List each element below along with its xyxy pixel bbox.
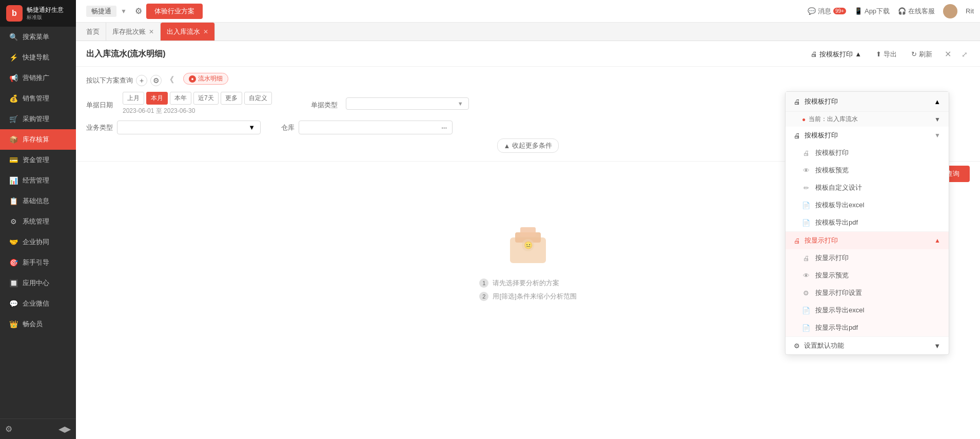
trial-industry-btn[interactable]: 体验行业方案 <box>146 4 203 19</box>
date-last-month-btn[interactable]: 上月 <box>123 92 144 105</box>
collapse-sidebar-icon[interactable]: ◀▶ <box>58 424 71 434</box>
tab-batch-ledger[interactable]: 库存批次账 ✕ <box>106 23 161 41</box>
filter-collapse-btn[interactable]: 《 <box>165 74 175 87</box>
sidebar-item-guide[interactable]: 🎯 新手引导 <box>0 252 76 273</box>
sidebar-item-member[interactable]: 👑 畅会员 <box>0 314 76 334</box>
app-logo-icon: b <box>6 5 23 22</box>
tag-icon: ● <box>189 75 196 83</box>
sidebar-item-sales[interactable]: 💰 销售管理 <box>0 88 76 109</box>
print-template-btn[interactable]: 🖨 按模板打印 ▲ <box>807 48 866 61</box>
display-settings-icon: ⚙ <box>802 289 810 297</box>
filter-settings-btn[interactable]: ⚙ <box>150 75 162 86</box>
tab-home[interactable]: 首页 <box>80 23 106 41</box>
app-download-btn[interactable]: 📱 App下载 <box>854 7 890 16</box>
display-print-section-header[interactable]: 🖨 按显示打印 ▲ <box>786 232 949 249</box>
collapse-more-btn[interactable]: ▲ 收起更多条件 <box>497 138 559 153</box>
sidebar: b 畅捷通好生意 标准版 🔍 搜索菜单 ⚡ 快捷导航 📢 营销推广 💰 销售管理… <box>0 0 76 439</box>
sidebar-item-business[interactable]: 📊 经营管理 <box>0 170 76 191</box>
dropdown-item-template-export-pdf[interactable]: 📄 按模板导出pdf <box>786 214 949 231</box>
dropdown-item-template-print[interactable]: 🖨 按模板打印 <box>786 144 949 162</box>
sidebar-item-finance[interactable]: 💳 资金管理 <box>0 150 76 170</box>
dropdown-item-template-export-excel[interactable]: 📄 按模板导出excel <box>786 196 949 214</box>
tab-batch-ledger-close[interactable]: ✕ <box>149 28 154 35</box>
template-print-section: 🖨 按模板打印 ▼ 🖨 按模板打印 👁 按模板预览 ✏ 模板自定义设计 <box>786 127 949 232</box>
display-pdf-icon: 📄 <box>802 324 810 332</box>
date-custom-btn[interactable]: 自定义 <box>244 92 272 105</box>
topbar-right: 💬 消息 99+ 📱 App下载 🎧 在线客服 Rit <box>808 4 974 18</box>
chat-icon: 💬 <box>8 298 18 309</box>
topbar-left: 畅捷通 ▼ ⚙ 体验行业方案 <box>82 4 808 19</box>
close-panel-btn[interactable]: ✕ <box>943 47 953 61</box>
template-section-arrow: ▼ <box>934 132 940 139</box>
dropdown-header[interactable]: 🖨 按模板打印 ▲ <box>786 92 949 112</box>
dropdown-item-display-print-settings[interactable]: ⚙ 按显示打印设置 <box>786 284 949 302</box>
display-excel-icon: 📄 <box>802 306 810 314</box>
doc-type-arrow-icon: ▼ <box>458 101 463 107</box>
topbar: 畅捷通 ▼ ⚙ 体验行业方案 💬 消息 99+ 📱 App下载 🎧 在线客服 R… <box>76 0 980 23</box>
print-icon: 🖨 <box>802 149 810 157</box>
sidebar-item-purchase[interactable]: 🛒 采购管理 <box>0 109 76 129</box>
business-type-select[interactable]: ▼ <box>117 121 261 134</box>
refresh-btn[interactable]: ↻ 刷新 <box>907 48 936 61</box>
sidebar-item-appstore[interactable]: 🔲 应用中心 <box>0 273 76 293</box>
sidebar-item-marketing[interactable]: 📢 营销推广 <box>0 68 76 88</box>
page-actions: 🖨 按模板打印 ▲ ⬆ 导出 ↻ 刷新 ✕ ⤢ <box>807 47 970 66</box>
preview-icon: 👁 <box>802 166 810 174</box>
sidebar-item-wechat[interactable]: 💬 企业微信 <box>0 293 76 314</box>
display-section-icon: 🖨 <box>794 237 800 245</box>
dropdown-item-display-print[interactable]: 🖨 按显示打印 <box>786 249 949 267</box>
doc-type-select[interactable]: ▼ <box>346 97 469 110</box>
user-avatar[interactable] <box>943 4 957 18</box>
current-icon: ● <box>802 116 806 123</box>
business-type-arrow-icon: ▼ <box>248 124 255 131</box>
current-arrow: ▼ <box>934 116 940 123</box>
export-btn[interactable]: ⬆ 导出 <box>872 48 901 61</box>
dropdown-item-display-preview[interactable]: 👁 按显示预览 <box>786 267 949 284</box>
sidebar-logo: b 畅捷通好生意 标准版 <box>0 0 76 27</box>
sidebar-item-enterprise[interactable]: 🤝 企业协同 <box>0 232 76 252</box>
tab-inout-flow[interactable]: 出入库流水 ✕ <box>161 23 215 41</box>
download-icon: 📱 <box>854 7 863 15</box>
date-this-month-btn[interactable]: 本月 <box>146 92 168 105</box>
date-this-year-btn[interactable]: 本年 <box>170 92 191 105</box>
add-filter-btn[interactable]: + <box>136 75 147 86</box>
sidebar-item-quick-nav[interactable]: ⚡ 快捷导航 <box>0 47 76 68</box>
sidebar-item-inventory[interactable]: 📦 库存核算 <box>0 129 76 150</box>
dropdown-item-display-export-pdf[interactable]: 📄 按显示导出pdf <box>786 319 949 336</box>
maximize-btn[interactable]: ⤢ <box>959 48 970 61</box>
dropdown-item-template-custom[interactable]: ✏ 模板自定义设计 <box>786 179 949 196</box>
box-icon: 📦 <box>8 134 18 145</box>
printer-header-icon: 🖨 <box>794 98 800 106</box>
sidebar-item-basic[interactable]: 📋 基础信息 <box>0 191 76 211</box>
filter-tag-flow[interactable]: ● 流水明细 <box>183 73 228 85</box>
warehouse-select[interactable]: ··· <box>299 121 453 134</box>
filter-tags: ● 流水明细 <box>183 73 228 85</box>
cart-icon: 🛒 <box>8 114 18 124</box>
chart-icon: 📊 <box>8 175 18 186</box>
message-icon: 💬 <box>808 7 816 15</box>
date-last-7-days-btn[interactable]: 近7天 <box>193 92 219 105</box>
footer-arrow: ▼ <box>934 342 940 350</box>
money-icon: 💰 <box>8 93 18 104</box>
tab-inout-flow-close[interactable]: ✕ <box>203 28 208 35</box>
dropdown-footer[interactable]: ⚙ 设置默认功能 ▼ <box>786 337 949 354</box>
settings-bottom-icon[interactable]: ⚙ <box>5 424 12 434</box>
print-dropdown-icon: ▲ <box>855 50 861 58</box>
filter-date-controls: 上月 本月 本年 近7天 更多 自定义 2023-06-01 至 2023-06… <box>123 92 272 115</box>
template-print-section-header[interactable]: 🖨 按模板打印 ▼ <box>786 127 949 144</box>
excel-icon: 📄 <box>802 201 810 209</box>
export-icon: ⬆ <box>876 50 881 58</box>
dropdown-item-display-export-excel[interactable]: 📄 按显示导出excel <box>786 302 949 319</box>
online-service-btn[interactable]: 🎧 在线客服 <box>898 7 935 16</box>
sidebar-item-system[interactable]: ⚙ 系统管理 <box>0 211 76 232</box>
page-title: 出入库流水(流水明细) <box>86 49 166 65</box>
date-range-text: 2023-06-01 至 2023-06-30 <box>123 107 272 115</box>
dropdown-header-arrow: ▲ <box>934 98 940 106</box>
workspace-selector[interactable]: 畅捷通 ▼ <box>82 4 131 19</box>
topbar-settings-icon[interactable]: ⚙ <box>135 6 142 16</box>
sidebar-item-search[interactable]: 🔍 搜索菜单 <box>0 27 76 47</box>
date-more-btn[interactable]: 更多 <box>221 92 242 105</box>
dropdown-item-template-preview[interactable]: 👁 按模板预览 <box>786 162 949 179</box>
message-btn[interactable]: 💬 消息 99+ <box>808 7 846 16</box>
headset-icon: 🎧 <box>898 7 906 15</box>
